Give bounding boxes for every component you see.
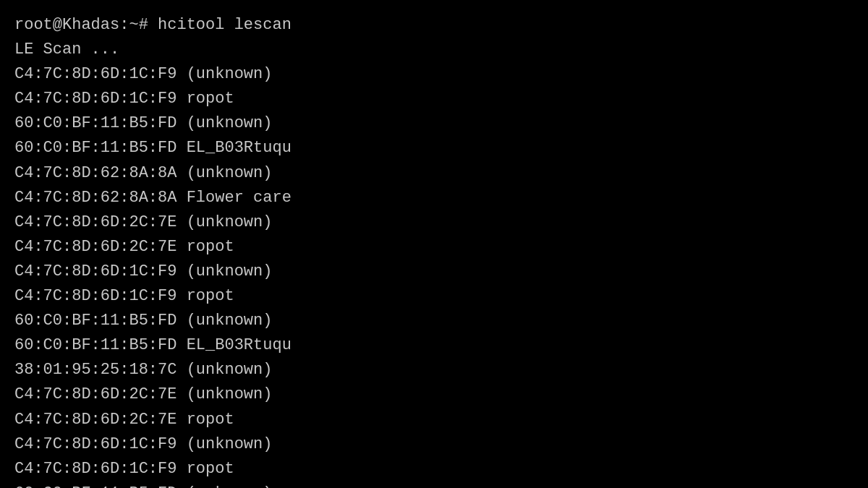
terminal-line: C4:7C:8D:6D:2C:7E (unknown) [14,382,854,407]
terminal-line: C4:7C:8D:6D:1C:F9 (unknown) [14,432,854,457]
terminal-line: root@Khadas:~# hcitool lescan [14,13,854,38]
terminal-line: C4:7C:8D:62:8A:8A (unknown) [14,161,854,186]
terminal-line: C4:7C:8D:6D:1C:F9 (unknown) [14,62,854,87]
terminal-line: C4:7C:8D:62:8A:8A Flower care [14,186,854,210]
terminal-line: 60:C0:BF:11:B5:FD EL_B03Rtuqu [14,333,854,358]
terminal-line: 60:C0:BF:11:B5:FD (unknown) [14,111,854,136]
terminal-line: C4:7C:8D:6D:1C:F9 ropot [14,284,854,309]
terminal-line: 60:C0:BF:11:B5:FD EL_B03Rtuqu [14,136,854,160]
terminal-window: root@Khadas:~# hcitool lescanLE Scan ...… [14,13,854,488]
terminal-line: 60:C0:BF:11:B5:FD (unknown) [14,309,854,333]
terminal-line: C4:7C:8D:6D:1C:F9 (unknown) [14,260,854,284]
terminal-line: 60:C0:BF:11:B5:FD (unknown) [14,481,854,488]
terminal-line: C4:7C:8D:6D:1C:F9 ropot [14,87,854,111]
terminal-line: C4:7C:8D:6D:2C:7E (unknown) [14,210,854,235]
terminal-line: C4:7C:8D:6D:2C:7E ropot [14,408,854,432]
terminal-line: C4:7C:8D:6D:2C:7E ropot [14,235,854,260]
terminal-line: LE Scan ... [14,38,854,62]
terminal-line: C4:7C:8D:6D:1C:F9 ropot [14,457,854,481]
terminal-line: 38:01:95:25:18:7C (unknown) [14,358,854,382]
